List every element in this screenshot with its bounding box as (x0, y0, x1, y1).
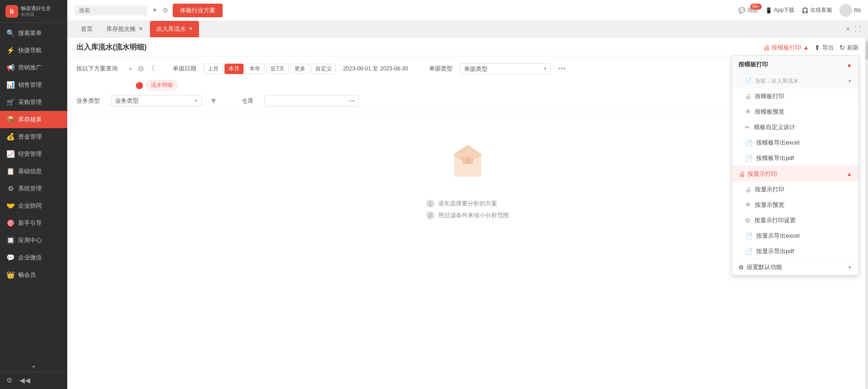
dropdown-template-preview[interactable]: 👁 按模板预览 (732, 104, 858, 120)
date-btn-last-month[interactable]: 上月 (204, 64, 223, 74)
scrollbar-track[interactable] (865, 37, 868, 389)
page-title: 出入库流水(流水明细) (76, 43, 147, 52)
export-btn[interactable]: ⬆ 导出 (814, 44, 834, 52)
collab-icon: 🤝 (6, 202, 15, 210)
dropdown-template-export-excel[interactable]: 📄 按模板导出excel (732, 135, 858, 150)
sidebar-item-marketing[interactable]: 📢 营销推广 (0, 59, 67, 76)
collapse-sidebar-icon[interactable]: ◀◀ (20, 376, 30, 384)
sidebar-item-operation[interactable]: 📈 经营管理 (0, 145, 67, 163)
app-download-item[interactable]: 📱 App下载 (765, 6, 794, 14)
date-separator: 至 (373, 65, 378, 73)
biz-type-label: 业务类型 (76, 97, 100, 105)
date-label: 单据日期 (173, 65, 196, 73)
message-icon: 💬 (738, 7, 745, 14)
print-template-icon: 🖨 (763, 44, 770, 51)
biz-type-select[interactable]: 业务类型 (111, 95, 202, 106)
empty-state-icon (445, 138, 490, 192)
date-btn-more[interactable]: 更多 (290, 64, 309, 74)
sidebar-item-sales[interactable]: 📊 销售管理 (0, 76, 67, 94)
template-preview-icon: 👁 (745, 108, 751, 115)
display-section: 🖨 按显示打印 👁 按显示预览 ⚙ 按显示打印设置 📄 按显示导出excel 📄 (732, 182, 858, 259)
sidebar-item-quick-nav[interactable]: ⚡ 快捷导航 (0, 42, 67, 59)
tab-batch-account[interactable]: 库存批次账 ✕ (100, 21, 149, 37)
header-left: ▼ ⚙ 体验行业方案 (75, 4, 733, 17)
tab-flow[interactable]: 出入库流水 ✕ (150, 21, 199, 37)
date-btn-this-year[interactable]: 本年 (245, 64, 264, 74)
biz-type-dropdown-arrow[interactable]: ▼ (210, 97, 217, 105)
footer-arrow: ▼ (848, 265, 852, 270)
sidebar-item-vip[interactable]: 👑 畅会员 (0, 266, 67, 284)
search-dropdown-arrow[interactable]: ▼ (152, 7, 158, 14)
dropdown-display-print-settings[interactable]: ⚙ 按显示打印设置 (732, 213, 858, 228)
tab-bar: 首页 库存批次账 ✕ 出入库流水 ✕ ✕ ⛶ (67, 21, 868, 37)
dropdown-display-export-pdf[interactable]: 📄 按显示导出pdf (732, 244, 858, 259)
sidebar-item-purchase[interactable]: 🛒 采购管理 (0, 94, 67, 111)
sidebar-item-system[interactable]: ⚙ 系统管理 (0, 180, 67, 197)
flow-detail-tag[interactable]: 流水明细 (146, 80, 178, 90)
warehouse-more-btn[interactable]: ••• (349, 97, 355, 104)
dropdown-display-preview[interactable]: 👁 按显示预览 (732, 197, 858, 213)
page-body: 出入库流水(流水明细) 🖨 按模板打印 ▲ ⬆ 导出 ↻ 刷新 (67, 37, 868, 389)
customer-service-item[interactable]: 🎧 在线客服 (802, 6, 832, 14)
refresh-icon: ↻ (839, 44, 845, 52)
sidebar-item-finance[interactable]: 💰 资金管理 (0, 128, 67, 145)
avatar (839, 4, 852, 17)
search-input[interactable] (75, 5, 147, 15)
sidebar-item-app-center[interactable]: 🔲 应用中心 (0, 232, 67, 249)
dropdown-template-export-pdf[interactable]: 📄 按模板导出pdf (732, 150, 858, 166)
dropdown-display-export-excel[interactable]: 📄 按显示导出excel (732, 228, 858, 244)
tab-close-all-btn[interactable]: ✕ (845, 25, 851, 33)
messages-badge: 99+ (750, 4, 762, 10)
print-template-btn[interactable]: 🖨 按模板打印 ▲ (763, 44, 809, 52)
header-right: 💬 消息 99+ 📱 App下载 🎧 在线客服 Rit (738, 4, 861, 17)
collapse-condition-btn[interactable]: 《 (148, 64, 155, 74)
refresh-btn[interactable]: ↻ 刷新 (839, 44, 859, 52)
sales-icon: 📊 (6, 81, 15, 89)
date-btn-7days[interactable]: 近7天 (266, 64, 289, 74)
trial-btn[interactable]: 体验行业方案 (173, 4, 223, 17)
date-btn-custom[interactable]: 自定义 (311, 64, 336, 74)
dropdown-display-section-header[interactable]: 🖨 按显示打印 ▲ (732, 166, 858, 182)
settings-condition-btn[interactable]: ⚙ (138, 65, 144, 73)
sidebar-scroll-down[interactable]: ▼ (0, 363, 67, 371)
doc-type-select[interactable]: 单据类型 (460, 63, 551, 75)
messages-item[interactable]: 💬 消息 99+ (738, 6, 758, 14)
inventory-icon: 📦 (6, 115, 15, 124)
warehouse-label: 仓库 (242, 97, 254, 105)
sidebar-item-basic[interactable]: 📋 基础信息 (0, 163, 67, 180)
empty-step-1: 1 请先选择要分析的方案 (426, 199, 509, 208)
tab-batch-account-close[interactable]: ✕ (139, 26, 143, 32)
tab-flow-close[interactable]: ✕ (189, 26, 193, 32)
dropdown-template-customize[interactable]: ✏ 模板自定义设计 (732, 120, 858, 135)
template-section: 🖨 按模板打印 👁 按模板预览 ✏ 模板自定义设计 📄 按模板导出excel 📄 (732, 89, 858, 166)
date-btn-this-month[interactable]: 本月 (224, 64, 244, 74)
dropdown-footer[interactable]: ⚙ 设置默认功能 ▼ (732, 259, 858, 275)
page-header-actions: 🖨 按模板打印 ▲ ⬆ 导出 ↻ 刷新 (763, 44, 859, 52)
sidebar-item-inventory[interactable]: 📦 库存核算 (0, 111, 67, 128)
sidebar-item-wechat[interactable]: 💬 企业微信 (0, 249, 67, 266)
customer-service-icon: 🎧 (802, 7, 808, 14)
dropdown-display-print[interactable]: 🖨 按显示打印 (732, 182, 858, 197)
settings-bottom-icon[interactable]: ⚙ (6, 376, 12, 384)
dropdown-current-item[interactable]: 📄 当前：出入库流水 ▼ (732, 74, 858, 89)
tab-home[interactable]: 首页 (75, 21, 99, 37)
sidebar-item-search[interactable]: 🔍 搜索菜单 (0, 25, 67, 42)
warehouse-input[interactable] (264, 95, 359, 106)
header-gear-icon[interactable]: ⚙ (162, 6, 168, 15)
footer-icon: ⚙ (738, 264, 744, 271)
user-profile[interactable]: Rit (839, 4, 861, 17)
dropdown-template-print[interactable]: 🖨 按模板打印 (732, 89, 858, 104)
dropdown-collapse-btn[interactable]: ▲ (846, 61, 852, 68)
tab-expand-btn[interactable]: ⛶ (854, 25, 861, 33)
print-dropdown-arrow: ▲ (803, 44, 809, 51)
doc-type-more-btn[interactable]: ••• (558, 65, 566, 73)
display-export-pdf-icon: 📄 (745, 248, 753, 255)
current-label: 📄 当前：出入库流水 (745, 77, 798, 85)
sidebar-item-collab[interactable]: 🤝 企业协同 (0, 197, 67, 214)
sidebar-item-guide[interactable]: 🎯 新手引导 (0, 214, 67, 232)
current-arrow-icon: ▼ (848, 79, 852, 84)
wechat-icon: 💬 (6, 254, 15, 262)
scrollbar-thumb[interactable] (865, 42, 868, 60)
add-condition-btn[interactable]: ＋ (127, 64, 134, 74)
header: ▼ ⚙ 体验行业方案 💬 消息 99+ 📱 App下载 🎧 在线客服 Rit (67, 0, 868, 21)
